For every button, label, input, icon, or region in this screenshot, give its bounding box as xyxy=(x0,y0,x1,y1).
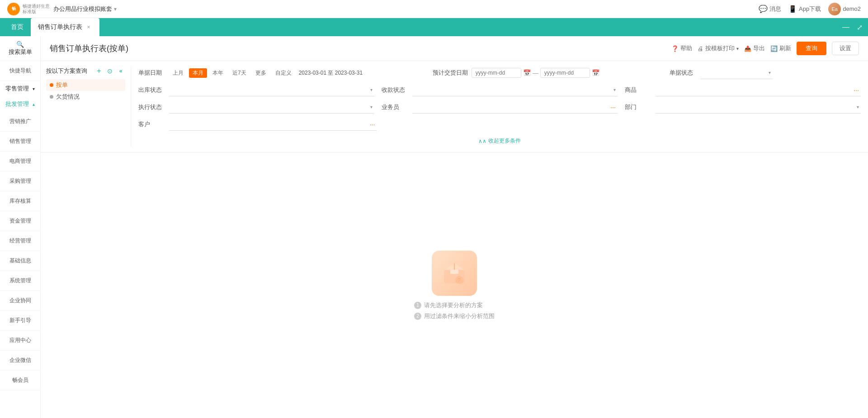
sidebar-item-basics[interactable]: 基础信息 xyxy=(0,251,40,271)
goods-ellipsis-icon[interactable]: ··· xyxy=(854,86,859,94)
payment-status-label: 收款状态 xyxy=(382,86,409,94)
scheme-panel-title: 按以下方案查询 xyxy=(46,67,87,75)
scheme-panel-icons: + ⊙ « xyxy=(94,66,125,76)
sidebar-item-operations[interactable]: 经营管理 xyxy=(0,231,40,251)
scheme-order-label: 按单 xyxy=(56,81,68,89)
export-button[interactable]: 📤 导出 xyxy=(744,44,765,52)
doc-status-label: 单据状态 xyxy=(670,69,697,77)
apps-label: 应用中心 xyxy=(9,337,31,344)
scheme-panel: 按以下方案查询 + ⊙ « 按单 欠货情况 xyxy=(41,66,131,147)
enterprise-label: 企业协同 xyxy=(9,297,31,304)
dept-dropdown-icon: ▾ xyxy=(857,104,859,109)
collapse-label: 收起更多条件 xyxy=(488,137,521,145)
sidebar-item-system[interactable]: 系统管理 xyxy=(0,271,40,291)
sidebar-item-ecommerce[interactable]: 电商管理 xyxy=(0,152,40,171)
scheme-item-backorder[interactable]: 欠货情况 xyxy=(46,91,125,103)
filter-exec-status: 执行状态 ▾ xyxy=(138,101,374,114)
curr-year-btn[interactable]: 本年 xyxy=(209,68,227,78)
filter-row-2: 出库状态 ▾ 收款状态 ▾ 商品 xyxy=(138,84,861,96)
marketing-label: 营销推广 xyxy=(9,118,31,125)
scheme-panel-header: 按以下方案查询 + ⊙ « xyxy=(46,66,125,76)
sidebar-item-quick-nav[interactable]: 快捷导航 xyxy=(0,61,40,81)
scheme-edit-button[interactable]: ⊙ xyxy=(105,66,114,76)
empty-state-icon: ? xyxy=(432,251,477,296)
refresh-label: 刷新 xyxy=(779,44,791,52)
export-label: 导出 xyxy=(753,44,765,52)
sidebar-item-sales[interactable]: 销售管理 xyxy=(0,132,40,152)
salesperson-select-wrap[interactable]: ··· xyxy=(412,101,618,114)
print-icon: 🖨 xyxy=(698,45,703,52)
goods-select-wrap[interactable]: ··· xyxy=(656,84,861,96)
app-selector[interactable]: 办公用品行业模拟账套 ▾ xyxy=(53,5,117,13)
sidebar-item-wholesale[interactable]: 批发管理 ▴ xyxy=(0,96,40,112)
empty-state: ? 1 请先选择要分析的方案 2 用过滤条件来缩小分析范围 xyxy=(41,152,868,418)
sidebar-item-marketing[interactable]: 营销推广 xyxy=(0,112,40,132)
salesperson-ellipsis-icon[interactable]: ··· xyxy=(610,104,616,111)
tab-home-label: 首页 xyxy=(11,23,24,31)
sidebar-item-enterprise[interactable]: 企业协同 xyxy=(0,291,40,311)
search-menu-label: 搜索菜单 xyxy=(9,48,32,56)
filter-payment-status: 收款状态 ▾ xyxy=(382,84,618,96)
query-button[interactable]: 查询 xyxy=(797,42,826,55)
sidebar-item-apps[interactable]: 应用中心 xyxy=(0,331,40,351)
filter-area: 按以下方案查询 + ⊙ « 按单 欠货情况 xyxy=(41,61,868,152)
calendar-end-icon: 📅 xyxy=(592,69,599,76)
calendar-start-icon: 📅 xyxy=(523,69,531,76)
scheme-collapse-button[interactable]: « xyxy=(116,66,125,76)
custom-btn[interactable]: 自定义 xyxy=(272,68,295,78)
inventory-label: 库存核算 xyxy=(9,197,31,205)
empty-tip-1: 1 请先选择要分析的方案 xyxy=(414,301,495,309)
more-btn[interactable]: 更多 xyxy=(252,68,270,78)
user-name: demo2 xyxy=(843,5,861,12)
refresh-button[interactable]: 🔄 刷新 xyxy=(770,44,791,52)
tab-minimize-icon[interactable]: — xyxy=(840,21,851,33)
tab-close-icon[interactable]: × xyxy=(85,24,92,31)
filter-doc-date: 单据日期 上月 本月 本年 近7天 更多 自定义 2023-03-01 至 20… xyxy=(138,68,425,78)
sidebar-item-purchase[interactable]: 采购管理 xyxy=(0,171,40,191)
message-action[interactable]: 💬 消息 xyxy=(759,5,781,13)
recent7-btn[interactable]: 近7天 xyxy=(229,68,250,78)
print-dropdown-icon: ▾ xyxy=(736,46,739,51)
template-print-label: 按模板打印 xyxy=(705,44,735,52)
sidebar-item-newbie[interactable]: 新手引导 xyxy=(0,311,40,331)
sidebar-item-search-menu[interactable]: 🔍 搜索菜单 xyxy=(0,36,40,61)
payment-status-select-wrap[interactable]: ▾ xyxy=(412,84,618,96)
tab-home[interactable]: 首页 xyxy=(4,18,31,36)
sidebar-item-wechat[interactable]: 企业微信 xyxy=(0,351,40,370)
avatar: Ea xyxy=(828,3,841,15)
template-print-button[interactable]: 🖨 按模板打印 ▾ xyxy=(698,44,739,52)
settings-button[interactable]: 设置 xyxy=(832,42,859,55)
prev-month-btn[interactable]: 上月 xyxy=(169,68,187,78)
sidebar-item-retail[interactable]: 零售管理 ▾ xyxy=(0,81,40,96)
customer-select-wrap[interactable]: ··· xyxy=(169,118,377,131)
tab-sales-order[interactable]: 销售订单执行表 × xyxy=(31,18,99,36)
collapse-button[interactable]: ∧∧ 收起更多条件 xyxy=(138,135,861,147)
expected-date-end-input[interactable] xyxy=(540,68,590,78)
curr-month-btn[interactable]: 本月 xyxy=(189,68,207,78)
scheme-inactive-dot xyxy=(50,95,53,99)
scheme-active-dot xyxy=(50,83,53,87)
customer-label: 客户 xyxy=(138,120,165,128)
scheme-item-order[interactable]: 按单 xyxy=(46,79,125,91)
sidebar-item-inventory[interactable]: 库存核算 xyxy=(0,191,40,211)
salesperson-label: 业务员 xyxy=(382,103,409,111)
stock-status-select-wrap[interactable]: ▾ xyxy=(169,84,374,96)
collapse-up-icon: ∧∧ xyxy=(478,138,486,144)
expected-date-label: 预计交货日期 xyxy=(433,69,468,77)
user-area[interactable]: Ea demo2 xyxy=(828,3,861,15)
tab-maximize-icon[interactable]: ⤢ xyxy=(855,21,864,33)
exec-status-select-wrap[interactable]: ▾ xyxy=(169,101,374,114)
retail-mgmt-label: 零售管理 xyxy=(5,85,29,93)
sidebar-item-vip[interactable]: 畅会员 xyxy=(0,370,40,390)
help-button[interactable]: ❓ 帮助 xyxy=(671,44,692,52)
doc-status-select-wrap[interactable]: ▾ xyxy=(700,66,773,79)
filter-doc-status: 单据状态 ▾ xyxy=(670,66,861,79)
dept-select-wrap[interactable]: ▾ xyxy=(656,101,861,114)
expected-date-start-input[interactable] xyxy=(472,68,521,78)
scheme-add-button[interactable]: + xyxy=(94,66,104,76)
empty-tip-2: 2 用过滤条件来缩小分析范围 xyxy=(414,312,495,320)
customer-ellipsis-icon[interactable]: ··· xyxy=(370,121,375,128)
app-dropdown-arrow[interactable]: ▾ xyxy=(114,6,117,12)
sidebar-item-finance[interactable]: 资金管理 xyxy=(0,211,40,231)
app-download-action[interactable]: 📱 App下载 xyxy=(788,5,821,13)
